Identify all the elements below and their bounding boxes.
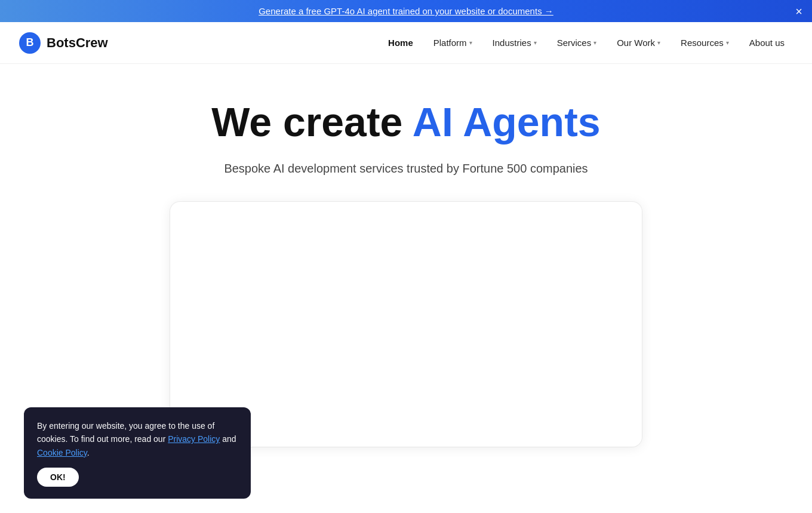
banner-close-button[interactable]: × [795,5,802,17]
hero-subtitle: Bespoke AI development services trusted … [197,159,615,178]
hero-title-part1: We create [211,99,412,145]
logo-icon: B [19,32,41,54]
nav-item-our-work[interactable]: Our Work▾ [608,33,669,53]
logo[interactable]: B BotsCrew [19,32,108,54]
hero-section: We create AI Agents Bespoke AI developme… [0,64,812,465]
chevron-down-icon: ▾ [593,39,596,46]
header: B BotsCrew HomePlatform▾Industries▾Servi… [0,22,812,64]
cookie-period: . [87,448,90,457]
hero-title: We create AI Agents [12,100,800,145]
nav-item-about-us[interactable]: About us [741,33,793,53]
cookie-policy-link[interactable]: Cookie Policy [37,448,87,457]
cookie-and: and [220,434,236,444]
nav-item-industries[interactable]: Industries▾ [484,33,545,53]
chevron-down-icon: ▾ [726,39,729,46]
chevron-down-icon: ▾ [469,39,472,46]
banner-link[interactable]: Generate a free GPT-4o AI agent trained … [259,6,553,16]
nav-item-platform[interactable]: Platform▾ [425,33,481,53]
hero-title-highlight: AI Agents [413,99,601,145]
chevron-down-icon: ▾ [657,39,660,46]
chevron-down-icon: ▾ [534,39,537,46]
nav-item-resources[interactable]: Resources▾ [672,33,737,53]
nav-item-services[interactable]: Services▾ [549,33,605,53]
main-nav: HomePlatform▾Industries▾Services▾Our Wor… [380,33,793,53]
logo-text: BotsCrew [47,35,108,51]
cookie-text: By entering our website, you agree to th… [37,419,238,459]
cookie-banner: By entering our website, you agree to th… [24,407,251,465]
nav-item-home[interactable]: Home [380,33,422,53]
top-banner: Generate a free GPT-4o AI agent trained … [0,0,812,22]
privacy-policy-link[interactable]: Privacy Policy [168,434,220,444]
